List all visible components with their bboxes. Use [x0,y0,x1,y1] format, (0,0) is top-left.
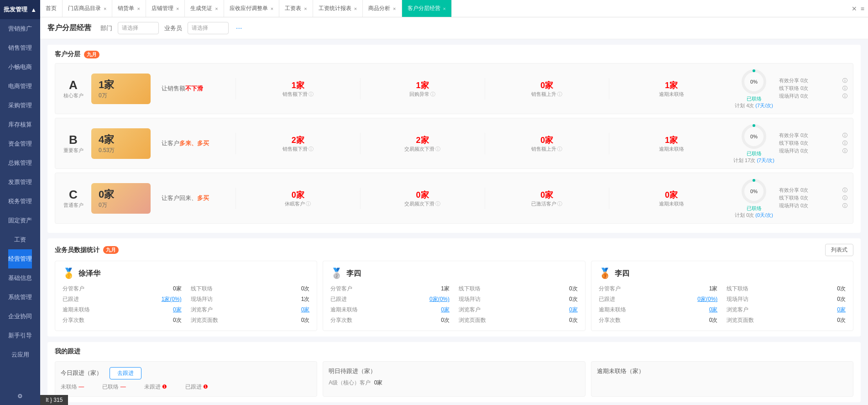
sidebar-item-collab[interactable]: 企业协同 [8,307,32,326]
go-followup-button[interactable]: 去跟进 [110,367,141,379]
followup-col-tomorrow: 明日待跟进（家） A级（核心）客户 0家 [323,361,585,397]
gear-button[interactable]: ⚙ [0,387,40,405]
sidebar-item-basic-info[interactable]: 基础信息 [8,268,32,288]
tab-close-ar-adjust[interactable]: × [271,6,273,11]
biz-row-val[interactable]: 0家 [709,306,718,314]
tab-sales-order[interactable]: 销货单× [112,0,146,17]
metric-item-3: 1家 逾期未联络 [609,78,733,100]
info-icon[interactable]: ⓘ [309,91,314,98]
sidebar-item-fixed-assets[interactable]: 固定资产 [8,211,32,230]
tier-count-box-b[interactable]: 4家0.53万 [91,128,151,159]
tab-close-voucher[interactable]: × [215,6,218,11]
tab-close-customer-tier[interactable]: × [443,6,446,11]
info-icon-right[interactable]: ⓘ [842,85,847,92]
content-area: 客户分层经营 部门 请选择 业务员 请选择 ··· 客户分层 九月 A核心客户1… [40,17,868,405]
biz-row-val[interactable]: 1家(0%) [162,295,182,303]
circle-plan-link[interactable]: (0天/次) [755,212,773,218]
biz-row-val[interactable]: 0家 [301,306,310,314]
biz-row: 浏览页面数0次 [727,316,846,324]
dept-select[interactable]: 请选择 [118,22,159,34]
metric-item-0: 2家 销售额下滑 ⓘ [235,133,360,154]
right-stat-row: 线下联络 0次 ⓘ [779,85,847,92]
sidebar-item-general[interactable]: 总账管理 [8,153,32,173]
biz-row-label: 现场拜访 [727,295,748,303]
sidebar-collapse-icon[interactable]: ▲ [31,6,37,13]
biz-row-val[interactable]: 0家(0%) [429,295,450,303]
tab-store-products[interactable]: 门店商品目录× [63,0,112,17]
sidebar-header[interactable]: 批发管理 ▲ [0,0,40,19]
tier-count-box-c[interactable]: 0家0万 [91,183,151,214]
tab-action-more[interactable]: ≡ [861,5,864,12]
biz-row: 分享次数0次 [63,316,182,324]
tab-product-analysis[interactable]: 商品分析× [363,0,402,17]
tab-ar-adjust[interactable]: 应收应付调整单× [224,0,279,17]
sidebar-item-cloud[interactable]: 云应用 [8,345,32,364]
tab-voucher[interactable]: 生成凭证× [185,0,224,17]
tier-count-box-a[interactable]: 1家0万 [91,74,151,104]
tab-payroll-stat[interactable]: 工资统计报表× [313,0,363,17]
info-icon[interactable]: ⓘ [435,200,440,207]
info-icon-right[interactable]: ⓘ [842,195,847,201]
biz-row-val[interactable]: 0家 [173,306,182,314]
tab-home[interactable]: 首页 [40,0,63,17]
circle-plan-link[interactable]: (7天/次) [755,103,773,108]
biz-row-label: 分享次数 [599,316,621,324]
sidebar-item-inventory[interactable]: 库存核算 [8,115,32,134]
tab-customer-tier[interactable]: 客户分层经营× [402,0,452,17]
sidebar-item-invoice[interactable]: 发票管理 [8,173,32,192]
tab-close-sales-order[interactable]: × [137,6,140,11]
followup-today-title: 今日跟进（家） 去跟进 [61,367,311,379]
info-icon[interactable]: ⓘ [306,200,311,207]
tab-close-store-mgmt[interactable]: × [176,6,179,11]
info-icon-right[interactable]: ⓘ [842,147,847,154]
circle-plan-link[interactable]: (7天/次) [757,158,774,163]
tier-metrics-a: 1家 销售额下滑 ⓘ 1家 回购异常 ⓘ 0家 销售额上升 ⓘ 1家 逾期未联络 [235,78,733,100]
sidebar-item-sales[interactable]: 销售管理 [8,38,32,58]
info-icon-right[interactable]: ⓘ [842,140,847,147]
tab-payroll[interactable]: 工资表× [279,0,313,17]
info-icon[interactable]: ⓘ [309,146,314,153]
tab-close-store-products[interactable]: × [104,6,106,11]
info-icon-right[interactable]: ⓘ [842,187,847,194]
sidebar-item-ecommerce[interactable]: 电商管理 [8,77,32,96]
biz-row-val[interactable]: 0家(0%) [697,295,717,303]
info-icon[interactable]: ⓘ [430,91,435,98]
info-icon-right[interactable]: ⓘ [842,77,847,84]
metric-label: 逾期未联络 [613,91,730,98]
sidebar-item-marketing[interactable]: 营销推广 [8,19,32,38]
info-icon[interactable]: ⓘ [435,146,440,153]
sidebar-item-guide[interactable]: 新手引导 [8,326,32,345]
sidebar-item-finance[interactable]: 资金管理 [8,134,32,153]
info-icon-right[interactable]: ⓘ [842,132,847,139]
biz-row-val[interactable]: 0家 [441,306,450,314]
biz-row: 分享次数0次 [330,316,450,324]
sidebar-item-system[interactable]: 系统管理 [8,288,32,307]
sidebar-item-business-mgmt[interactable]: 经营管理 [8,249,32,268]
biz-row-val[interactable]: 0家 [569,306,578,314]
sidebar-item-ecommerce-small[interactable]: 小畅电商 [8,58,32,77]
biz-row-label: 分管客户 [63,285,84,293]
list-view-button[interactable]: 列表式 [825,244,853,256]
filter-more-icon[interactable]: ··· [236,24,242,32]
metric-num: 2家 [240,135,356,146]
tab-close-payroll[interactable]: × [304,6,307,11]
tab-action-close[interactable]: ✕ [852,5,857,12]
info-icon[interactable]: ⓘ [557,146,562,153]
biz-card-1: 🥈李四分管客户1家线下联络0次已跟进0家(0%)现场拜访0次逾期未联络0家浏览客… [323,261,585,331]
tier-row-c: C普通客户0家0万让客户回来、多买 0家 休眠客户 ⓘ 0家 交易频次下滑 ⓘ … [55,173,853,224]
sidebar-item-tax[interactable]: 税务管理 [8,192,32,211]
info-icon[interactable]: ⓘ [557,91,562,98]
info-icon-right[interactable]: ⓘ [842,93,847,100]
info-icon[interactable]: ⓘ [557,200,562,207]
metric-label: 销售额上升 ⓘ [489,91,606,98]
sidebar-item-hr[interactable]: 工资 [8,230,32,249]
biz-row-label: 已跟进 [63,295,79,303]
agent-select[interactable]: 请选择 [188,22,229,34]
biz-row-val[interactable]: 0家 [837,306,846,314]
info-icon-right[interactable]: ⓘ [842,202,847,209]
tab-close-payroll-stat[interactable]: × [354,6,357,11]
sidebar-item-purchase[interactable]: 采购管理 [8,96,32,115]
tab-store-mgmt[interactable]: 店铺管理× [146,0,185,17]
tab-close-product-analysis[interactable]: × [393,6,396,11]
biz-grid-1: 分管客户1家线下联络0次已跟进0家(0%)现场拜访0次逾期未联络0家浏览客户0家… [330,285,577,324]
